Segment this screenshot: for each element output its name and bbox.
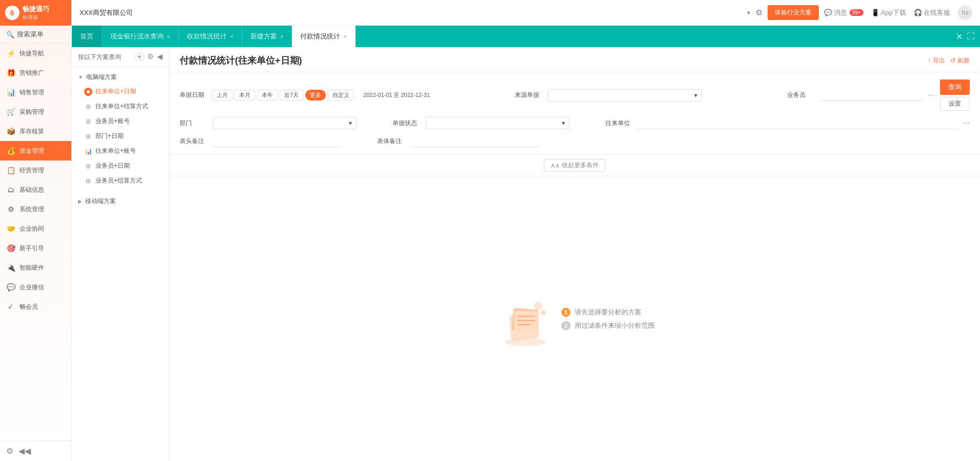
main-area: XXX商贸有限公司 ▾ ⚙ 体验行业方案 💬 消息 99+ 📱 App下载 🎧 … [72,0,980,461]
date-btn-last-month[interactable]: 上月 [212,90,232,101]
basic-info-icon: 🗂 [6,185,15,194]
message-btn[interactable]: 💬 消息 99+ [824,8,864,17]
header-note-input[interactable] [213,135,341,147]
sidebar-item-label: 经营管理 [19,166,44,175]
collapse-bar[interactable]: ∧∧ 收起更多条件 [169,155,980,176]
query-btn[interactable]: 查询 [940,79,970,95]
customer-service-btn[interactable]: 🎧 在线客服 [914,8,950,17]
desktop-plan-header[interactable]: ▼ 电脑端方案 [72,70,169,84]
mobile-arrow-icon: ▶ [78,198,82,204]
app-download-btn[interactable]: 📱 App下载 [871,8,906,17]
message-badge: 99+ [850,9,864,16]
sidebar-item-label: 系统管理 [19,205,44,214]
tab-payment-close[interactable]: × [343,33,346,39]
industry-btn[interactable]: 体验行业方案 [768,5,819,20]
logo-sub: 标准版 [23,14,49,21]
tab-expand-icon[interactable]: ⛶ [967,32,975,41]
plan-item-staff-settle[interactable]: ⊞ 业务员+结算方式 [72,173,169,188]
hint-text-1: 请先选择要分析的方案 [575,308,641,317]
salesperson-input[interactable] [820,89,923,101]
plan-item-staff-date[interactable]: ⊞ 业务员+日期 [72,158,169,173]
sidebar-item-vip[interactable]: ✓ 畅会员 [0,297,71,316]
tab-new-plan-close[interactable]: × [280,33,283,39]
plan-item-dept-date[interactable]: ⊞ 部门+日期 [72,129,169,144]
tab-home[interactable]: 首页 [72,26,102,47]
sidebar-item-capital[interactable]: 💰 资金管理 [0,141,71,161]
sidebar-item-quick-nav[interactable]: ⚡ 快捷导航 [0,44,71,63]
date-btn-7days[interactable]: 近7天 [280,90,303,101]
sales-icon: 📊 [6,88,15,97]
filter-row-2: 部门 ▾ 单据状态 ▾ 往来单位 ··· [180,117,970,129]
user-avatar[interactable]: Rit [958,6,972,20]
sidebar-item-guide[interactable]: 🎯 新手引导 [0,238,71,258]
tab-payment[interactable]: 付款情况统计 × [292,26,355,47]
tab-collection[interactable]: 收款情况统计 × [179,26,242,47]
message-icon: 💬 [824,9,832,16]
plan-item-unit-account[interactable]: 📊 往来单位+账号 [72,144,169,158]
collapse-btn[interactable]: ∧∧ 收起更多条件 [544,159,605,172]
sidebar-item-wechat[interactable]: 💬 企业微信 [0,277,71,297]
plan-item-staff-account[interactable]: ⊞ 业务员+账号 [72,114,169,129]
filter-settings-btn[interactable]: 设置 [940,97,970,111]
date-btn-more[interactable]: 更多 [305,90,326,101]
company-dropdown-icon[interactable]: ▾ [747,9,750,16]
date-btn-custom[interactable]: 自定义 [328,90,354,101]
tab-new-plan-label: 新建方案 [250,32,277,41]
date-btn-this-month[interactable]: 本月 [234,90,255,101]
sidebar-item-basic-info[interactable]: 🗂 基础信息 [0,180,71,199]
search-label: 搜索菜单 [17,30,44,39]
svg-point-7 [534,302,542,310]
search-icon: 🔍 [6,31,14,38]
related-unit-more-btn[interactable]: ··· [963,118,970,128]
source-doc-label: 来源单据 [515,91,543,99]
tab-close-all-icon[interactable]: ✕ [956,32,963,42]
plan-item-label: 业务员+日期 [95,162,130,170]
tab-bank-flow-close[interactable]: × [167,33,170,39]
tab-collection-close[interactable]: × [230,33,233,39]
sidebar-item-label: 企业微信 [19,283,44,292]
panel-collapse-icon[interactable]: ◀ [157,52,163,62]
dept-select[interactable]: ▾ [213,117,357,129]
tab-bank-flow[interactable]: 现金银行流水查询 × [102,26,179,47]
plan-item-label: 业务员+结算方式 [95,176,142,185]
topbar-settings-icon[interactable]: ⚙ [755,8,762,17]
sidebar-item-operation[interactable]: 📋 经营管理 [0,161,71,180]
export-btn[interactable]: ↑ 导出 [928,56,945,65]
left-panel-header: 按以下方案查询 + ⚙ ◀ [72,47,169,67]
sidebar-item-purchase[interactable]: 🛒 采购管理 [0,102,71,122]
operation-icon: 📋 [6,166,15,175]
doc-status-select[interactable]: ▾ [426,117,570,129]
active-plan-icon [84,88,92,96]
sidebar-item-hardware[interactable]: 🔌 智能硬件 [0,258,71,277]
mobile-plan-label: 移动端方案 [85,197,116,206]
footer-collapse-icon[interactable]: ◀◀ [18,446,31,456]
plan-item-unit-date[interactable]: 往来单位+日期 [72,84,169,99]
refresh-btn[interactable]: ↺ 刷新 [950,56,970,65]
sidebar-item-label: 采购管理 [19,108,44,116]
salesperson-more-btn[interactable]: ··· [928,91,935,100]
sidebar-item-system[interactable]: ⚙ 系统管理 [0,199,71,219]
source-doc-select[interactable]: ▾ [548,89,702,102]
footer-settings-icon[interactable]: ⚙ [6,446,13,456]
search-menu[interactable]: 🔍 搜索菜单 [0,26,71,44]
related-unit-input[interactable] [639,117,958,129]
table-plan-icon: ⊞ [84,103,92,111]
header-note-label: 表头备注 [180,137,208,146]
sidebar-item-enterprise[interactable]: 🤝 企业协同 [0,219,71,238]
dept-label: 部门 [180,119,208,128]
doc-date-label: 单据日期 [180,91,208,99]
sidebar-item-marketing[interactable]: 🎁 营销推广 [0,63,71,83]
tab-actions: ✕ ⛶ [951,26,980,47]
add-plan-icon[interactable]: + [135,52,144,62]
body-note-input[interactable] [410,135,539,147]
sidebar-item-label: 畅会员 [19,303,38,311]
company-name: XXX商贸有限公司 [80,8,742,17]
tab-new-plan[interactable]: 新建方案 × [242,26,292,47]
plan-item-unit-settle[interactable]: ⊞ 往来单位+结算方式 [72,99,169,114]
plan-settings-icon[interactable]: ⚙ [147,52,154,62]
date-btn-this-year[interactable]: 本年 [257,90,278,101]
sidebar-footer: ⚙ ◀◀ [0,440,71,461]
mobile-plan-header[interactable]: ▶ 移动端方案 [72,194,169,208]
sidebar-item-inventory[interactable]: 📦 库存核算 [0,122,71,141]
sidebar-item-sales[interactable]: 📊 销售管理 [0,83,71,102]
